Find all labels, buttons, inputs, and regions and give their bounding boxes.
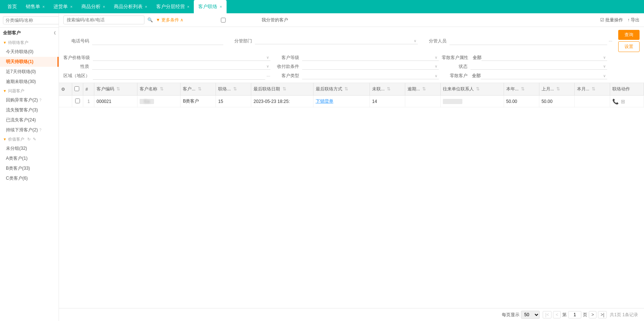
checkbox-icon: ☑ (600, 17, 604, 23)
th-overdue[interactable]: 逾期... ⇅ (405, 83, 441, 96)
sidebar-item-today[interactable]: 今天待联络(0) (0, 47, 59, 57)
filter-row-1: 电话号码 分管部门 ∨ 分管人员 ··· 查询 设置 (63, 30, 640, 52)
customer-type-select[interactable]: ∨ (302, 73, 439, 79)
filter-dept: 分管部门 ∨ (226, 38, 418, 44)
close-icon[interactable]: × (70, 4, 72, 9)
chevron-down-icon: ∨ (603, 55, 606, 59)
td-overdue (405, 96, 441, 107)
nav-purchase[interactable]: 进货单 × (49, 0, 77, 13)
query-btn[interactable]: 查询 (618, 30, 640, 40)
select-all-checkbox[interactable] (74, 86, 79, 91)
sidebar-item-churn-warning[interactable]: 流失预警客户(3) (0, 105, 59, 115)
my-customers-checkbox-label[interactable]: 我分管的客户 (186, 17, 288, 23)
main-content: 🔍 ▼ 更多条件 ∧ 我分管的客户 ☑ 批量操作 ↑ 导出 (59, 13, 644, 321)
page-label: 第 (562, 312, 567, 318)
retail-select[interactable]: ∨ (481, 73, 607, 79)
action-phone-icon[interactable]: 📞 (612, 99, 619, 104)
nav-product-analysis[interactable]: 商品分析 × (77, 0, 109, 13)
status-select[interactable]: ∨ (470, 63, 607, 70)
nav-customer-tier[interactable]: 客户分层经营 × (152, 0, 194, 13)
th-name[interactable]: 客户名称 ⇅ (137, 83, 181, 96)
all-customers-header[interactable]: 全部客户 《 (0, 28, 59, 38)
sidebar-item-tomorrow[interactable]: 明天待联络(1) (0, 57, 59, 67)
th-this-month[interactable]: 本月... ⇅ (574, 83, 610, 96)
nav-home[interactable]: 首页 (3, 0, 21, 13)
customer-level-select[interactable]: ∨ (302, 54, 439, 61)
table-container: ⚙ # 客户编码 ⇅ 客户名称 ⇅ 客户... ⇅ 联络... ⇅ 最后联络日期… (59, 83, 644, 308)
group-pending-label: ▼ 待联络客户 (0, 38, 59, 47)
sidebar-item-declining[interactable]: 持续下滑客户(2) ? (0, 125, 59, 135)
th-uncontacted[interactable]: 未联... ⇅ (370, 83, 405, 96)
ellipsis-icon[interactable]: ··· (267, 73, 270, 79)
sidebar-item-churned[interactable]: 已流失客户(24) (0, 115, 59, 125)
prev-page-btn[interactable]: < (553, 311, 561, 318)
close-icon[interactable]: × (187, 4, 189, 9)
next-page-btn[interactable]: > (589, 311, 596, 318)
triangle-icon: ▼ (3, 137, 7, 141)
th-last-month[interactable]: 上月... ⇅ (539, 83, 574, 96)
th-last-method[interactable]: 最后联络方式 ⇅ (313, 83, 370, 96)
sidebar-item-ungrouped[interactable]: 未分组(32) (0, 144, 59, 153)
ellipsis-icon[interactable]: ··· (609, 38, 612, 44)
filter-nature: 性质 ∨ (63, 63, 270, 70)
export-btn[interactable]: ↑ 导出 (627, 17, 640, 23)
nav-sales[interactable]: 销售单 × (21, 0, 49, 13)
close-icon[interactable]: × (145, 4, 147, 9)
dept-select[interactable]: ∨ (255, 38, 418, 44)
th-type[interactable]: 客户... ⇅ (181, 83, 216, 96)
search-input[interactable] (63, 15, 144, 24)
sidebar-search-input[interactable] (3, 16, 59, 24)
page-size-select[interactable]: 50 10 20 100 (521, 311, 540, 319)
close-icon[interactable]: × (220, 4, 222, 9)
sidebar-item-classC[interactable]: C类客户(6) (0, 173, 59, 183)
settings-btn[interactable]: 设置 (618, 41, 640, 52)
contact-method-link[interactable]: 下销货单 (316, 99, 333, 104)
top-nav: 首页 销售单 × 进货单 × 商品分析 × 商品分析列表 × 客户分层经营 × … (0, 0, 644, 13)
manager-input[interactable] (449, 37, 607, 45)
group-problem-label: ▼ 问题客户 (0, 87, 59, 95)
search-icon[interactable]: 🔍 (147, 17, 153, 23)
page-input[interactable] (568, 311, 581, 318)
nav-customer-contact[interactable]: 客户联络 × (194, 0, 226, 13)
th-code[interactable]: 客户编码 ⇅ (94, 83, 137, 96)
filter-btn[interactable]: ▼ 更多条件 ∧ (156, 17, 183, 23)
sidebar-search-area: 🔍 (0, 13, 59, 28)
sidebar-item-overdue[interactable]: 逾期未联络(30) (0, 77, 59, 87)
phone-input[interactable] (92, 37, 223, 45)
chevron-down-icon: ∨ (603, 74, 606, 78)
close-icon[interactable]: × (103, 4, 105, 9)
retail-attr-select[interactable]: ∨ (482, 54, 607, 61)
td-settings (59, 96, 72, 107)
chevron-down-icon: ∨ (266, 64, 269, 68)
region-input[interactable] (93, 72, 265, 80)
sidebar-item-classB[interactable]: B类客户(33) (0, 163, 59, 173)
th-past-contact[interactable]: 往来单位联系人 ⇅ (441, 83, 504, 96)
th-settings[interactable]: ⚙ (59, 83, 72, 96)
filter-customer-level: 客户等级 ∨ (273, 54, 439, 61)
th-contact[interactable]: 联络... ⇅ (216, 83, 251, 96)
action-grid-icon[interactable]: ⊞ (621, 99, 625, 104)
payment-select[interactable]: ∨ (302, 63, 439, 70)
nav-product-list[interactable]: 商品分析列表 × (109, 0, 151, 13)
close-icon[interactable]: × (42, 4, 45, 9)
sidebar-item-classA[interactable]: A类客户(1) (0, 153, 59, 163)
th-last-date[interactable]: 最后联络日期 ⇅ (251, 83, 313, 96)
filter-retail-attr: 零散客户属性 全部 ∨ (442, 54, 607, 61)
manager-label: 分管人员 (421, 38, 447, 44)
sidebar-item-7days[interactable]: 近7天待联络(0) (0, 67, 59, 77)
price-level-select[interactable]: ∨ (93, 54, 270, 61)
sidebar-item-repurchase[interactable]: 回购异常客户(2) ? (0, 95, 59, 105)
help-icon: ? (39, 128, 42, 132)
first-page-btn[interactable]: |< (543, 311, 552, 318)
filter-panel: 电话号码 分管部门 ∨ 分管人员 ··· 查询 设置 (59, 27, 644, 83)
group-edit-icon[interactable]: ✎ (33, 137, 36, 142)
row-checkbox[interactable] (75, 99, 80, 103)
group-refresh-icon[interactable]: ↻ (27, 137, 31, 142)
retail-attr-label: 零散客户属性 (442, 55, 468, 61)
th-this-year[interactable]: 本年... ⇅ (504, 83, 539, 96)
nature-select[interactable]: ∨ (92, 63, 270, 70)
export-icon: ↑ (627, 17, 630, 23)
batch-op-btn[interactable]: ☑ 批量操作 (600, 17, 623, 23)
my-customers-checkbox[interactable] (186, 18, 260, 23)
last-page-btn[interactable]: >| (598, 311, 607, 318)
